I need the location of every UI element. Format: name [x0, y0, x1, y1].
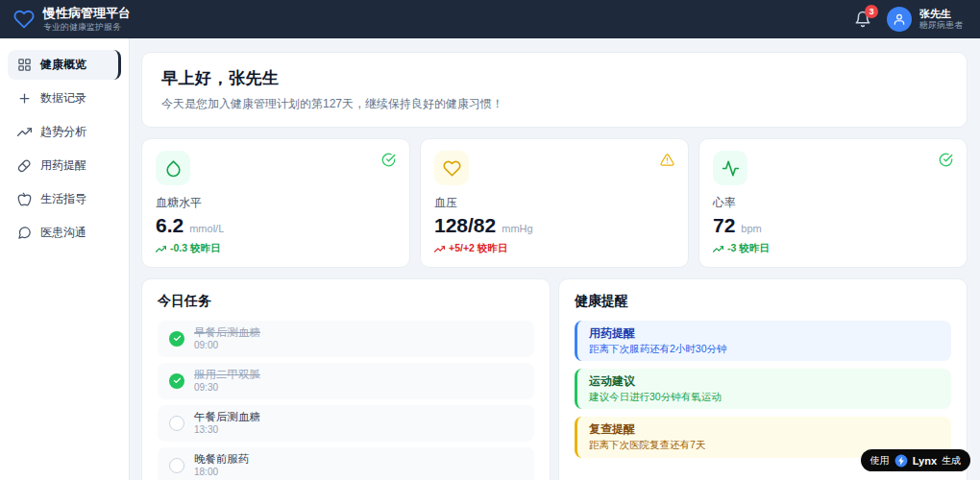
sidebar-item-label: 医患沟通	[40, 225, 86, 241]
task-time: 18:00	[194, 467, 250, 479]
greeting-card: 早上好，张先生 今天是您加入健康管理计划的第127天，继续保持良好的健康习惯！	[141, 52, 968, 128]
task-done-icon[interactable]	[169, 373, 184, 389]
brand: 慢性病管理平台 专业的健康监护服务	[13, 6, 131, 32]
tasks-panel-title: 今日任务	[158, 293, 534, 310]
heart-icon	[434, 151, 469, 185]
lynx-logo-icon	[894, 454, 908, 468]
stat-label: 血压	[434, 195, 674, 211]
stat-trend: -3 较昨日	[713, 242, 953, 255]
reminder-medication[interactable]: 用药提醒 距离下次服药还有2小时30分钟	[575, 321, 951, 361]
check-circle-icon	[939, 153, 953, 167]
apple-icon	[17, 192, 32, 206]
stat-unit: mmol/L	[189, 223, 224, 234]
stat-card-blood-sugar[interactable]: 血糖水平 6.2 mmol/L -0.3 较昨日	[141, 138, 410, 268]
stat-value: 6.2	[156, 214, 184, 237]
sidebar-item-label: 健康概览	[40, 57, 86, 73]
badge-prefix: 使用	[870, 454, 890, 468]
chat-bubble-icon	[17, 226, 32, 240]
task-done-icon[interactable]	[169, 331, 184, 347]
sidebar-item-label: 生活指导	[40, 191, 86, 207]
sidebar-item-trend-analysis[interactable]: 趋势分析	[8, 117, 121, 147]
reminder-title: 复查提醒	[589, 422, 940, 438]
user-avatar	[887, 7, 912, 32]
sidebar-item-medication-reminder[interactable]: 用药提醒	[8, 151, 121, 180]
badge-brand: Lynx	[913, 455, 937, 467]
check-circle-icon	[381, 153, 396, 167]
pill-icon	[17, 158, 32, 173]
alert-triangle-icon	[660, 153, 674, 167]
app-title: 慢性病管理平台	[43, 6, 131, 21]
grid-icon	[17, 58, 32, 72]
plus-icon	[17, 91, 32, 106]
stat-unit: bpm	[741, 223, 761, 234]
person-icon	[893, 12, 906, 26]
sidebar-item-doctor-communication[interactable]: 医患沟通	[8, 218, 121, 248]
sidebar-item-label: 数据记录	[40, 90, 86, 107]
droplet-icon	[156, 151, 190, 185]
stat-trend: -0.3 较昨日	[156, 242, 396, 255]
notification-badge: 3	[865, 5, 878, 18]
trend-arrow-icon	[434, 244, 445, 254]
sidebar: 健康概览 数据记录 趋势分析 用药提醒 生活指导 医患沟通	[0, 38, 130, 480]
reminder-desc: 距离下次服药还有2小时30分钟	[589, 343, 940, 356]
sidebar-item-label: 趋势分析	[40, 124, 86, 140]
user-role: 糖尿病患者	[919, 20, 963, 31]
trend-arrow-icon	[156, 244, 166, 254]
sidebar-item-label: 用药提醒	[40, 157, 86, 174]
reminder-desc: 建议今日进行30分钟有氧运动	[589, 391, 940, 404]
task-row[interactable]: 午餐后测血糖13:30	[158, 405, 534, 442]
sidebar-item-health-overview[interactable]: 健康概览	[8, 50, 121, 80]
main-content: 早上好，张先生 今天是您加入健康管理计划的第127天，继续保持良好的健康习惯！ …	[130, 38, 980, 480]
heart-logo-icon	[13, 9, 35, 30]
task-name: 晚餐前服药	[194, 452, 250, 466]
task-name: 早餐后测血糖	[194, 325, 260, 339]
activity-icon	[713, 151, 747, 185]
stat-value: 72	[713, 214, 735, 237]
reminder-title: 运动建议	[589, 374, 940, 390]
stat-trend: +5/+2 较昨日	[434, 242, 674, 255]
task-name: 服用二甲双胍	[194, 368, 260, 381]
stats-row: 血糖水平 6.2 mmol/L -0.3 较昨日 血压 128/82 mmHg	[141, 138, 968, 268]
notification-bell-button[interactable]: 3	[854, 11, 871, 28]
lynx-generated-badge[interactable]: 使用 Lynx 生成	[861, 449, 970, 471]
badge-suffix: 生成	[942, 454, 961, 468]
sidebar-item-life-guidance[interactable]: 生活指导	[8, 184, 121, 214]
task-name: 午餐后测血糖	[194, 410, 260, 423]
task-row[interactable]: 晚餐前服药18:00	[158, 447, 534, 480]
trending-up-icon	[17, 125, 32, 139]
task-time: 09:30	[194, 382, 260, 395]
reminder-title: 用药提醒	[589, 326, 940, 342]
task-todo-icon[interactable]	[169, 458, 184, 473]
user-menu[interactable]: 张先生 糖尿病患者	[887, 7, 963, 32]
stat-card-heart-rate[interactable]: 心率 72 bpm -3 较昨日	[698, 138, 968, 268]
user-name: 张先生	[919, 8, 963, 21]
task-time: 13:30	[194, 424, 260, 437]
stat-label: 心率	[713, 195, 953, 211]
reminder-exercise[interactable]: 运动建议 建议今日进行30分钟有氧运动	[575, 369, 951, 409]
today-tasks-panel: 今日任务 早餐后测血糖09:00 服用二甲双胍09:30 午餐后测血糖13:30…	[141, 278, 551, 480]
task-row[interactable]: 早餐后测血糖09:00	[158, 321, 534, 357]
trend-arrow-icon	[713, 244, 723, 254]
greeting-title: 早上好，张先生	[161, 67, 947, 89]
greeting-subtitle: 今天是您加入健康管理计划的第127天，继续保持良好的健康习惯！	[161, 96, 947, 112]
stat-unit: mmHg	[502, 223, 532, 234]
stat-card-blood-pressure[interactable]: 血压 128/82 mmHg +5/+2 较昨日	[420, 138, 689, 268]
stat-label: 血糖水平	[156, 195, 396, 211]
reminders-panel-title: 健康提醒	[575, 293, 951, 310]
app-header: 慢性病管理平台 专业的健康监护服务 3 张先生 糖尿病患者	[0, 0, 980, 38]
task-row[interactable]: 服用二甲双胍09:30	[158, 363, 534, 399]
app-subtitle: 专业的健康监护服务	[43, 22, 131, 33]
task-todo-icon[interactable]	[169, 416, 184, 431]
sidebar-item-data-records[interactable]: 数据记录	[8, 84, 121, 113]
stat-value: 128/82	[434, 214, 496, 237]
task-time: 09:00	[194, 340, 260, 352]
